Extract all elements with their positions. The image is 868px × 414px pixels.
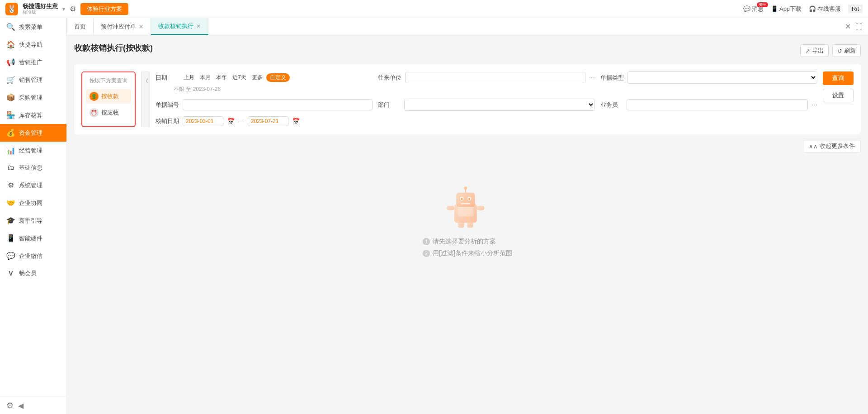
voucher-no-input[interactable] xyxy=(183,99,373,110)
topbar-gear-icon[interactable]: ⚙ xyxy=(70,5,76,13)
sidebar-item-enterprise[interactable]: 🤝 企业协同 xyxy=(0,194,66,212)
sidebar-item-label: 企业协同 xyxy=(19,199,42,207)
svg-rect-1 xyxy=(456,193,475,207)
sidebar-item-label: 系统管理 xyxy=(19,181,42,190)
tip-num-1: 1 xyxy=(423,238,430,245)
query-button[interactable]: 查询 xyxy=(823,71,854,85)
sidebar-item-quick-nav[interactable]: 🏠 快捷导航 xyxy=(0,36,66,53)
tabbar-actions: ✕ ⛶ xyxy=(843,20,868,33)
app-download-btn[interactable]: 📱 App下载 xyxy=(771,5,802,13)
verify-date-start[interactable] xyxy=(183,116,223,126)
sidebar-item-label: 营销推广 xyxy=(19,58,42,67)
date-btn-more[interactable]: 更多 xyxy=(250,73,264,82)
sidebar-item-finance[interactable]: 💰 资金管理 xyxy=(0,124,66,142)
filter-row-2: 单据编号 部门 业务员 xyxy=(156,99,817,111)
main-layout: 🔍 搜索菜单 🏠 快捷导航 📢 营销推广 🛒 销售管理 📦 采购管理 🏪 库存核… xyxy=(0,18,868,414)
department-select[interactable] xyxy=(404,99,595,111)
app-logo: 🐰 xyxy=(5,3,18,15)
tab-prepay-label: 预付冲应付单 xyxy=(101,23,136,31)
filter-collapse-toggle[interactable]: 《 xyxy=(141,71,150,127)
filter-actions: 查询 设置 xyxy=(823,71,854,127)
member-icon: V xyxy=(6,270,15,277)
collapse-more-button[interactable]: ∧∧ 收起更多条件 xyxy=(803,140,861,152)
tabbar-close-btn[interactable]: ✕ xyxy=(843,20,853,33)
sidebar-item-marketing[interactable]: 📢 营销推广 xyxy=(0,53,66,71)
tab-prepay[interactable]: 预付冲应付单 ✕ xyxy=(94,18,151,35)
filter-option-by-receipt[interactable]: 💲 按收款 xyxy=(86,89,131,104)
service-icon: 🎧 xyxy=(809,5,816,12)
sidebar-item-hardware[interactable]: 📱 智能硬件 xyxy=(0,229,66,247)
partner-ellipsis[interactable]: ··· xyxy=(589,74,595,82)
tab-receipt-verify-label: 收款核销执行 xyxy=(158,22,193,30)
date-btn-last-month[interactable]: 上月 xyxy=(182,73,196,82)
collapse-icon: 《 xyxy=(143,77,148,85)
voucher-type-select[interactable] xyxy=(627,71,817,84)
tabbar-fullscreen-btn[interactable]: ⛶ xyxy=(854,21,864,33)
enterprise-icon: 🤝 xyxy=(6,199,15,207)
sidebar-item-guide[interactable]: 🎓 新手引导 xyxy=(0,212,66,229)
system-icon: ⚙ xyxy=(6,181,15,190)
filter-salesperson: 业务员 ··· xyxy=(600,99,817,110)
filter-partner: 往来单位 ··· xyxy=(378,72,595,83)
svg-point-5 xyxy=(468,198,470,200)
online-service-btn[interactable]: 🎧 在线客服 xyxy=(809,5,841,13)
partner-input[interactable] xyxy=(405,72,585,83)
date-label: 日期 xyxy=(156,74,178,82)
tab-prepay-close[interactable]: ✕ xyxy=(139,24,143,30)
verify-date-label: 核销日期 xyxy=(156,117,179,125)
verify-date-end[interactable] xyxy=(248,116,288,126)
export-button[interactable]: ↗ 导出 xyxy=(800,44,829,57)
svg-point-4 xyxy=(461,198,462,200)
marketing-icon: 📢 xyxy=(6,58,15,67)
sidebar-item-label: 新手引导 xyxy=(19,217,42,225)
filter-voucher-type: 单据类型 xyxy=(600,71,817,84)
basic-info-icon: 🗂 xyxy=(6,164,15,172)
export-icon: ↗ xyxy=(805,48,810,54)
sidebar-item-wechat[interactable]: 💬 企业微信 xyxy=(0,247,66,265)
verify-date-end-cal-icon[interactable]: 📅 xyxy=(292,118,300,125)
date-btn-7days[interactable]: 近7天 xyxy=(231,73,248,82)
sidebar-item-basic-info[interactable]: 🗂 基础信息 xyxy=(0,159,66,176)
message-btn[interactable]: 💬 消息 99+ xyxy=(743,5,764,13)
sidebar-item-system[interactable]: ⚙ 系统管理 xyxy=(0,176,66,194)
date-btn-this-year[interactable]: 本年 xyxy=(214,73,229,82)
app-name: 畅捷通好生意 xyxy=(23,3,58,10)
settings-button[interactable]: 设置 xyxy=(823,89,854,102)
sidebar-settings-icon[interactable]: ⚙ xyxy=(6,400,14,410)
sidebar-item-label: 库存核算 xyxy=(19,111,42,119)
refresh-button[interactable]: ↺ 刷新 xyxy=(832,44,861,57)
page-title: 收款核销执行(按收款) xyxy=(74,43,153,53)
filter-sidebar-title: 按以下方案查询 xyxy=(86,77,131,85)
sidebar-item-member[interactable]: V 畅会员 xyxy=(0,265,66,282)
industry-solution-button[interactable]: 体验行业方案 xyxy=(80,3,128,15)
svg-rect-6 xyxy=(461,203,471,204)
sidebar-item-label: 采购管理 xyxy=(19,94,42,102)
sidebar-item-purchase[interactable]: 📦 采购管理 xyxy=(0,89,66,106)
salesperson-ellipsis[interactable]: ··· xyxy=(811,101,817,109)
verify-date-start-cal-icon[interactable]: 📅 xyxy=(227,118,235,125)
filter-option-by-receivable[interactable]: ⏰ 按应收 xyxy=(86,105,131,120)
date-btn-custom[interactable]: 自定义 xyxy=(266,73,290,82)
guide-icon: 🎓 xyxy=(6,216,15,225)
svg-rect-13 xyxy=(458,207,473,216)
sidebar-bottom: ⚙ ◀ xyxy=(0,396,66,414)
tab-receipt-verify-close[interactable]: ✕ xyxy=(196,23,201,29)
filter-option-receivable-icon: ⏰ xyxy=(90,108,99,117)
date-range-hint: 不限 至 2023-07-26 xyxy=(156,86,817,93)
department-label: 部门 xyxy=(378,101,401,109)
app-dropdown-icon[interactable]: ▾ xyxy=(62,6,65,12)
topbar-right: 💬 消息 99+ 📱 App下载 🎧 在线客服 Rit xyxy=(743,5,863,13)
purchase-icon: 📦 xyxy=(6,93,15,102)
date-btn-this-month[interactable]: 本月 xyxy=(198,73,212,82)
sidebar-collapse-icon[interactable]: ◀ xyxy=(18,401,24,410)
sidebar-item-sales[interactable]: 🛒 销售管理 xyxy=(0,71,66,89)
tab-home-label: 首页 xyxy=(74,23,86,31)
tab-receipt-verify[interactable]: 收款核销执行 ✕ xyxy=(151,18,208,35)
salesperson-input[interactable] xyxy=(627,99,808,110)
sidebar-item-label: 智能硬件 xyxy=(19,234,42,243)
tab-home[interactable]: 首页 xyxy=(67,18,94,35)
search-menu-icon: 🔍 xyxy=(6,23,15,31)
sidebar-item-operation[interactable]: 📊 经营管理 xyxy=(0,142,66,159)
sidebar-item-search-menu[interactable]: 🔍 搜索菜单 xyxy=(0,18,66,36)
sidebar-item-inventory[interactable]: 🏪 库存核算 xyxy=(0,106,66,124)
